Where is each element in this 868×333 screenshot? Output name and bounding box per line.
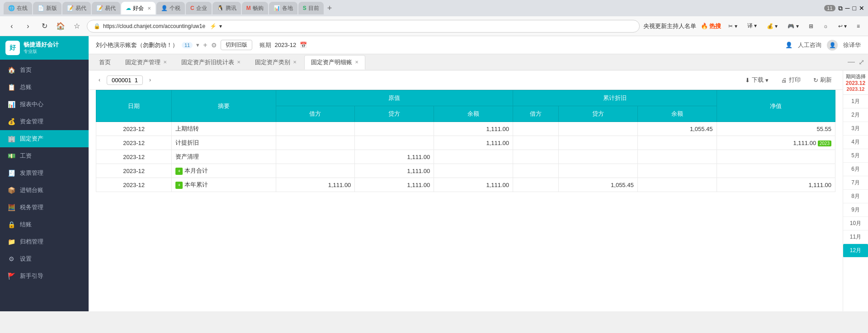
switch-version-button[interactable]: 切到旧版 bbox=[221, 40, 252, 50]
cell-date: 2023-12 bbox=[96, 164, 172, 178]
browser-tab-geshui[interactable]: 👤 个税 bbox=[156, 2, 185, 14]
tab-asset-category-close[interactable]: ✕ bbox=[293, 60, 297, 65]
cell-dep-credit: 1,055.45 bbox=[558, 178, 637, 192]
game-tool[interactable]: 🎮 ▾ bbox=[785, 22, 801, 30]
th-date: 日期 bbox=[96, 90, 172, 122]
cell-dep-debit bbox=[513, 150, 559, 164]
minimize-panel-icon[interactable]: — bbox=[848, 58, 855, 66]
close-window-icon[interactable]: ✕ bbox=[859, 5, 864, 12]
period-highlight-value: 2023.12 bbox=[844, 80, 867, 86]
period-month-1[interactable]: 1月 bbox=[843, 95, 868, 108]
sidebar-item-fixed-asset[interactable]: 🏢 固定资产 bbox=[0, 130, 89, 147]
sidebar-item-archive-mgmt[interactable]: 📁 归档管理 bbox=[0, 233, 89, 250]
period-highlight-value2: 2023.12 bbox=[844, 86, 867, 92]
browser-tab-gedi[interactable]: 📊 各地 bbox=[269, 2, 297, 14]
add-account-btn[interactable]: + bbox=[203, 41, 207, 49]
th-dep-debit: 借方 bbox=[513, 106, 559, 122]
sidebar-item-tax-mgmt[interactable]: 🧮 税务管理 bbox=[0, 199, 89, 216]
tab-home[interactable]: 首页 bbox=[92, 55, 118, 70]
forward-button[interactable]: › bbox=[22, 20, 34, 33]
settings-small-btn[interactable]: ⚙ bbox=[211, 42, 217, 49]
browser-tab-chang[interactable]: M 畅购 bbox=[242, 2, 268, 14]
restore-window-icon[interactable]: ⧉ bbox=[838, 5, 843, 12]
dropdown-icon[interactable]: ▾ bbox=[219, 23, 222, 29]
browser-tab-haokuai[interactable]: ☁ 好会 ✕ bbox=[121, 2, 156, 14]
grid-tool[interactable]: ⊞ bbox=[806, 22, 816, 30]
period-month-6[interactable]: 6月 bbox=[843, 163, 868, 176]
tab-fixed-asset-mgmt[interactable]: 固定资产管理 ✕ bbox=[118, 55, 174, 70]
cell-net-value: 1,111.00 bbox=[717, 178, 835, 192]
th-summary: 摘要 bbox=[172, 90, 276, 122]
browser-tab-yidai1[interactable]: 📝 易代 bbox=[62, 2, 91, 14]
sidebar-item-new-user-guide[interactable]: 🚩 新手引导 bbox=[0, 267, 89, 285]
minimize-icon[interactable]: ─ bbox=[845, 5, 850, 12]
app-container: 好 畅捷通好会计 专业版 🏠 首页 📋 总账 📊 报表中心 💰 资金管理 bbox=[0, 36, 868, 311]
page-number-input[interactable] bbox=[107, 75, 143, 85]
browser-tab-tengxun[interactable]: 🐧 腾讯 bbox=[212, 2, 241, 14]
scissor-tool[interactable]: ✂ ▾ bbox=[726, 22, 740, 30]
browser-tab-online[interactable]: 🌐 在线 bbox=[4, 2, 32, 14]
browser-tab-yidai2[interactable]: 📝 易代 bbox=[92, 2, 120, 14]
new-tab-button[interactable]: + bbox=[325, 4, 335, 13]
tab-depreciation-stat[interactable]: 固定资产折旧统计表 ✕ bbox=[175, 55, 247, 70]
refresh-button[interactable]: ↻ 刷新 bbox=[810, 74, 835, 86]
reward-tool[interactable]: 💰 ▾ bbox=[764, 22, 780, 30]
hot-search-label[interactable]: 🔥 热搜 bbox=[701, 22, 722, 30]
maximize-icon[interactable]: □ bbox=[853, 5, 856, 12]
maximize-panel-icon[interactable]: ⤢ bbox=[859, 58, 864, 66]
sidebar-item-settings[interactable]: ⚙ 设置 bbox=[0, 250, 89, 267]
cell-summary: 资产清理 bbox=[172, 150, 276, 164]
tab-asset-category[interactable]: 固定资产类别 ✕ bbox=[248, 55, 303, 70]
back-button[interactable]: ‹ bbox=[5, 20, 18, 33]
period-month-5[interactable]: 5月 bbox=[843, 149, 868, 163]
address-input[interactable]: 🔒 https://cloud.chanjet.com/accounting/u… bbox=[87, 20, 640, 33]
period-month-10[interactable]: 10月 bbox=[843, 217, 868, 230]
period-month-4[interactable]: 4月 bbox=[843, 136, 868, 149]
history-tool[interactable]: ↩ ▾ bbox=[835, 22, 849, 30]
translate-tool[interactable]: 译 ▾ bbox=[745, 21, 760, 31]
period-month-11[interactable]: 11月 bbox=[843, 230, 868, 244]
tab-asset-ledger[interactable]: 固定资产明细账 ✕ bbox=[304, 55, 365, 70]
ledger-toolbar-right: ⬇ 下载 ▾ 🖨 打印 ↻ 刷新 bbox=[741, 74, 835, 86]
period-month-7[interactable]: 7月 bbox=[843, 176, 868, 190]
period-month-8[interactable]: 8月 bbox=[843, 190, 868, 203]
tab-asset-ledger-close[interactable]: ✕ bbox=[355, 60, 359, 65]
browser-tab-new[interactable]: 📄 新版 bbox=[33, 2, 61, 14]
prev-page-btn[interactable]: ‹ bbox=[96, 76, 103, 84]
cell-dep-debit bbox=[513, 122, 559, 136]
period-month-2[interactable]: 2月 bbox=[843, 108, 868, 122]
print-button[interactable]: 🖨 打印 bbox=[778, 74, 804, 86]
browser-tab-muqian[interactable]: S 目前 bbox=[298, 2, 324, 14]
guide-icon: 🚩 bbox=[7, 272, 15, 280]
tab-fixed-asset-mgmt-close[interactable]: ✕ bbox=[163, 60, 167, 65]
brightness-tool[interactable]: ☼ bbox=[821, 22, 831, 30]
sidebar-item-payroll[interactable]: 💵 工资 bbox=[0, 147, 89, 164]
sidebar-item-fund-mgmt[interactable]: 💰 资金管理 bbox=[0, 113, 89, 130]
sidebar-item-invoice-mgmt[interactable]: 🧾 发票管理 bbox=[0, 164, 89, 182]
menu-tool[interactable]: ≡ bbox=[854, 22, 863, 30]
download-button[interactable]: ⬇ 下载 ▾ bbox=[741, 74, 772, 86]
cell-dep-debit bbox=[513, 136, 559, 150]
sidebar-item-home[interactable]: 🏠 首页 bbox=[0, 61, 89, 79]
sidebar-item-stock-account[interactable]: 📦 进销台账 bbox=[0, 182, 89, 199]
dropdown-arrow[interactable]: ▾ bbox=[196, 42, 199, 48]
cell-dep-balance bbox=[637, 136, 717, 150]
cell-orig-balance bbox=[434, 164, 513, 178]
main-content: 刘小艳演示账套（勿删勿动！） 11 ▾ + ⚙ 切到旧版 账期 2023-12 … bbox=[89, 36, 868, 311]
sidebar-item-report-center[interactable]: 📊 报表中心 bbox=[0, 96, 89, 113]
period-month-12[interactable]: 12月 bbox=[843, 244, 868, 258]
calendar-icon[interactable]: 📅 bbox=[300, 42, 307, 48]
period-month-3[interactable]: 3月 bbox=[843, 122, 868, 136]
tab-depreciation-stat-close[interactable]: ✕ bbox=[237, 60, 241, 65]
support-label[interactable]: 人工咨询 bbox=[798, 41, 821, 49]
next-page-btn[interactable]: › bbox=[146, 76, 154, 84]
browser-tab-qiye[interactable]: C 企业 bbox=[186, 2, 212, 14]
period-month-9[interactable]: 9月 bbox=[843, 203, 868, 217]
home-button[interactable]: 🏠 bbox=[54, 20, 67, 33]
sidebar-item-general-ledger[interactable]: 📋 总账 bbox=[0, 79, 89, 96]
reload-button[interactable]: ↻ bbox=[38, 20, 51, 33]
cell-orig-balance: 1,111.00 bbox=[434, 136, 513, 150]
sidebar-item-close-period[interactable]: 🔒 结账 bbox=[0, 216, 89, 233]
bookmark-button[interactable]: ☆ bbox=[71, 20, 83, 33]
tab-close-haokuai[interactable]: ✕ bbox=[147, 6, 151, 11]
